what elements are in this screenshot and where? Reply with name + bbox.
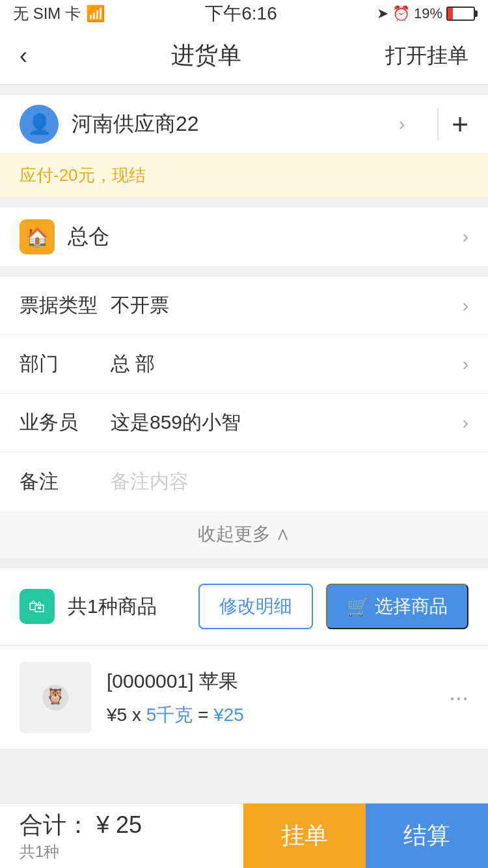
- battery-icon: [446, 7, 475, 21]
- select-product-button[interactable]: 🛒 选择商品: [326, 584, 468, 629]
- department-arrow-icon: ›: [463, 354, 468, 375]
- warehouse-card[interactable]: 🏠 总仓 ›: [0, 208, 488, 266]
- settle-button[interactable]: 结算: [366, 804, 488, 868]
- notice-bar: 应付-20元，现结: [0, 154, 488, 197]
- alarm-icon: ⏰: [392, 5, 410, 22]
- warehouse-icon: 🏠: [20, 219, 55, 254]
- settle-label: 结算: [403, 820, 450, 852]
- total-value: ¥25: [213, 705, 244, 725]
- invoice-type-row[interactable]: 票据类型 不开票 ›: [0, 277, 488, 335]
- hang-order-button[interactable]: 挂单: [243, 804, 366, 868]
- invoice-type-label: 票据类型: [20, 292, 98, 319]
- products-header: 🛍 共1种商品 修改明细 🛒 选择商品: [0, 568, 488, 645]
- supplier-row[interactable]: 👤 河南供应商22 › +: [0, 95, 488, 154]
- remark-row[interactable]: 备注 备注内容: [0, 452, 488, 511]
- supplier-arrow-icon: ›: [399, 114, 405, 135]
- total-amount: 合计： ¥ 25: [20, 809, 243, 841]
- warehouse-row[interactable]: 🏠 总仓 ›: [0, 208, 488, 266]
- collapse-bar[interactable]: 收起更多 ∧: [0, 511, 488, 558]
- product-name: [0000001] 苹果: [107, 668, 433, 695]
- add-supplier-button[interactable]: +: [452, 110, 468, 139]
- form-card: 票据类型 不开票 › 部门 总 部 › 业务员 这是859的小智 › 备注 备注…: [0, 277, 488, 511]
- back-button[interactable]: ‹: [20, 42, 27, 70]
- status-left: 无 SIM 卡 📶: [13, 3, 105, 24]
- invoice-type-arrow-icon: ›: [463, 295, 468, 316]
- cart-icon: 🛒: [347, 596, 370, 617]
- wifi-icon: 📶: [86, 5, 105, 23]
- svg-text:🦉: 🦉: [46, 686, 65, 705]
- price-value: ¥5: [107, 705, 127, 725]
- remark-label: 备注: [20, 468, 98, 495]
- battery-percent: 19%: [414, 5, 442, 22]
- supplier-name: 河南供应商22: [72, 110, 399, 139]
- price-x: x: [132, 705, 146, 725]
- notice-text: 应付-20元，现结: [20, 165, 146, 185]
- product-thumbnail: 🦉: [20, 662, 91, 733]
- total-area: 合计： ¥ 25 共1种: [0, 804, 243, 868]
- total-count: 共1种: [20, 841, 243, 862]
- open-pending-button[interactable]: 打开挂单: [385, 42, 468, 70]
- total-value: ¥ 25: [96, 811, 142, 838]
- person-icon: 👤: [27, 113, 51, 135]
- content-area: 👤 河南供应商22 › + 应付-20元，现结 🏠 总仓 › 票据类型 不开票 …: [0, 95, 488, 814]
- select-product-label: 选择商品: [375, 594, 448, 619]
- product-price: ¥5 x 5千克 = ¥25: [107, 703, 433, 727]
- department-value: 总 部: [98, 351, 463, 377]
- status-right: ➤ ⏰ 19%: [377, 5, 475, 22]
- product-info: [0000001] 苹果 ¥5 x 5千克 = ¥25: [107, 668, 433, 727]
- edit-detail-button[interactable]: 修改明细: [198, 584, 313, 629]
- salesperson-arrow-icon: ›: [463, 413, 468, 433]
- sim-text: 无 SIM 卡: [13, 3, 81, 24]
- bottom-bar: 合计： ¥ 25 共1种 挂单 结算: [0, 803, 488, 868]
- salesperson-row[interactable]: 业务员 这是859的小智 ›: [0, 394, 488, 452]
- department-label: 部门: [20, 351, 98, 377]
- location-icon: ➤: [377, 5, 388, 22]
- invoice-type-value: 不开票: [98, 292, 463, 319]
- remark-value[interactable]: 备注内容: [98, 468, 468, 495]
- salesperson-value: 这是859的小智: [98, 409, 463, 436]
- page-title: 进货单: [171, 40, 241, 72]
- supplier-card: 👤 河南供应商22 › + 应付-20元，现结: [0, 95, 488, 197]
- product-item: 🦉 [0000001] 苹果 ¥5 x 5千克 = ¥25 ···: [0, 646, 488, 749]
- status-bar: 无 SIM 卡 📶 下午6:16 ➤ ⏰ 19%: [0, 0, 488, 27]
- shopping-icon: 🛍: [20, 589, 55, 624]
- warehouse-name: 总仓: [68, 223, 463, 251]
- total-label: 合计：: [20, 811, 90, 838]
- status-time: 下午6:16: [205, 1, 277, 26]
- warehouse-arrow-icon: ›: [463, 226, 468, 247]
- nav-bar: ‹ 进货单 打开挂单: [0, 27, 488, 85]
- supplier-avatar: 👤: [20, 105, 59, 144]
- divider: [437, 108, 439, 141]
- department-row[interactable]: 部门 总 部 ›: [0, 335, 488, 394]
- equals: =: [198, 705, 213, 725]
- salesperson-label: 业务员: [20, 409, 98, 436]
- products-count: 共1种商品: [68, 593, 185, 620]
- quantity-value: 5千克: [146, 705, 193, 725]
- hang-order-label: 挂单: [281, 820, 328, 852]
- collapse-label: 收起更多 ∧: [198, 522, 291, 547]
- product-more-button[interactable]: ···: [449, 684, 468, 711]
